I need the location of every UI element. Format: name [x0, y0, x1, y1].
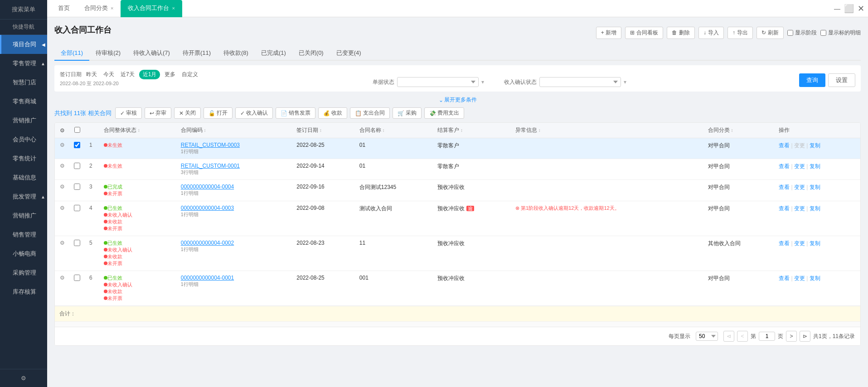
- sidebar-item-retail-mall[interactable]: 零售商城: [0, 92, 47, 111]
- op-btn-变更[interactable]: 变更: [794, 184, 805, 190]
- sidebar-item-purchase[interactable]: 采购管理: [0, 263, 47, 282]
- next-page-button[interactable]: >: [786, 331, 797, 342]
- export-button[interactable]: ↑ 导出: [727, 27, 753, 39]
- sidebar-settings-icon[interactable]: ⚙: [0, 369, 47, 387]
- op-btn-查看[interactable]: 查看: [779, 275, 790, 281]
- add-button[interactable]: + 新增: [596, 27, 621, 39]
- sidebar-search[interactable]: 搜索菜单: [0, 0, 47, 19]
- expand-conditions-button[interactable]: ⌄ 展开更多条件: [439, 96, 477, 104]
- row-checkbox[interactable]: [74, 240, 80, 246]
- import-button[interactable]: ↓ 导入: [698, 27, 724, 39]
- select-all-checkbox[interactable]: [74, 127, 80, 133]
- sidebar-item-member[interactable]: 会员中心: [0, 130, 47, 149]
- row-settings-icon[interactable]: ⚙: [60, 205, 65, 211]
- refresh-button[interactable]: ↻ 刷新: [756, 27, 784, 39]
- col-abnormal-info[interactable]: 异常信息: [511, 123, 703, 138]
- op-btn-查看[interactable]: 查看: [779, 240, 790, 247]
- row-settings-icon[interactable]: ⚙: [60, 240, 65, 246]
- tab-close-icon[interactable]: ×: [111, 5, 113, 11]
- sidebar-quicknav[interactable]: 快捷导航: [0, 19, 47, 35]
- row-settings-icon[interactable]: ⚙: [60, 275, 65, 281]
- action-btn-expense-contract[interactable]: 📋支出合同: [350, 107, 390, 119]
- action-btn-income-confirm[interactable]: ✓收入确认: [235, 107, 273, 119]
- tab-close-icon[interactable]: ×: [172, 5, 175, 11]
- col-overall-status[interactable]: 合同整体状态: [99, 123, 176, 138]
- action-btn-abandon[interactable]: ↩弃审: [145, 107, 171, 119]
- filter-tab-changed[interactable]: 已变更(4): [330, 46, 368, 61]
- show-stages-checkbox[interactable]: 显示阶段: [787, 29, 817, 37]
- close-icon[interactable]: ✕: [858, 4, 864, 14]
- row-checkbox[interactable]: [74, 142, 80, 148]
- filter-tab-pending-invoice[interactable]: 待开票(11): [176, 46, 217, 61]
- date-opt-last7days[interactable]: 近7天: [119, 70, 136, 79]
- op-btn-复制[interactable]: 复制: [810, 205, 820, 212]
- col-contract-code[interactable]: 合同编码: [176, 123, 292, 138]
- col-settings[interactable]: ⚙: [55, 123, 69, 138]
- filter-tab-all[interactable]: 全部(11): [54, 46, 89, 61]
- sidebar-item-marketing[interactable]: 营销推广: [0, 111, 47, 130]
- col-contract-category[interactable]: 合同分类: [703, 123, 775, 138]
- tab-home[interactable]: 首页: [51, 0, 77, 17]
- contract-code-link[interactable]: 0000000000004-0003: [181, 205, 234, 211]
- contract-code-link[interactable]: 0000000000004-0002: [181, 240, 234, 246]
- action-btn-collection[interactable]: 💰收款: [318, 107, 347, 119]
- contract-code-link[interactable]: RETAIL_CUSTOM-0003: [181, 142, 240, 148]
- date-opt-yesterday[interactable]: 昨天: [84, 70, 99, 79]
- tab-income-workbench[interactable]: 收入合同工作台×: [121, 0, 182, 17]
- op-btn-变更[interactable]: 变更: [794, 163, 805, 169]
- sidebar-item-wholesale[interactable]: 批发管理▲: [0, 187, 47, 206]
- sidebar-item-marketing2[interactable]: 营销推广: [0, 206, 47, 225]
- op-btn-变更[interactable]: 变更: [794, 205, 805, 212]
- prev-page-button[interactable]: <: [737, 331, 748, 342]
- col-settlement-client[interactable]: 结算客户: [433, 123, 511, 138]
- action-btn-purchase[interactable]: 🛒采购: [393, 107, 422, 119]
- row-checkbox[interactable]: [74, 184, 80, 190]
- last-page-button[interactable]: ⊳: [800, 331, 810, 342]
- tab-contract-category[interactable]: 合同分类×: [77, 0, 121, 17]
- row-checkbox[interactable]: [74, 275, 80, 281]
- action-btn-sales-invoice[interactable]: 📄销售发票: [276, 107, 315, 119]
- date-opt-custom[interactable]: 自定义: [180, 70, 200, 79]
- filter-tab-pending-collection[interactable]: 待收款(8): [217, 46, 255, 61]
- page-input[interactable]: [759, 332, 775, 341]
- table-scrollbar[interactable]: [55, 321, 860, 327]
- contract-code-link[interactable]: RETAIL_CUSTOM-0001: [181, 163, 240, 169]
- per-page-select[interactable]: 102050100: [696, 332, 718, 341]
- settings-button[interactable]: 设置: [828, 73, 855, 87]
- op-btn-复制[interactable]: 复制: [810, 142, 820, 149]
- sidebar-item-retail-stats[interactable]: 零售统计: [0, 149, 47, 168]
- sidebar-item-inventory[interactable]: 库存核算: [0, 282, 47, 301]
- op-btn-复制[interactable]: 复制: [810, 240, 820, 247]
- row-checkbox[interactable]: [74, 163, 80, 169]
- date-opt-today[interactable]: 今天: [102, 70, 116, 79]
- filter-tab-pending-income-confirm[interactable]: 待收入确认(7): [127, 46, 176, 61]
- op-btn-变更[interactable]: 变更: [794, 240, 805, 247]
- op-btn-复制[interactable]: 复制: [810, 275, 820, 281]
- action-btn-close[interactable]: ✕关闭: [174, 107, 201, 119]
- doc-status-select[interactable]: [397, 77, 479, 87]
- col-contract-name[interactable]: 合同名称: [355, 123, 433, 138]
- date-opt-more[interactable]: 更多: [163, 70, 177, 79]
- sidebar-item-retail-mgmt[interactable]: 零售管理▲: [0, 54, 47, 73]
- delete-button[interactable]: 🗑 删除: [667, 27, 695, 39]
- minimize-icon[interactable]: —: [834, 5, 840, 12]
- sidebar-item-project[interactable]: 项目合同◀: [0, 35, 47, 54]
- filter-tab-pending-review[interactable]: 待审核(2): [89, 46, 127, 61]
- op-btn-查看[interactable]: 查看: [779, 184, 790, 190]
- query-button[interactable]: 查询: [799, 73, 825, 87]
- filter-tab-completed[interactable]: 已完成(1): [255, 46, 292, 61]
- op-btn-复制[interactable]: 复制: [810, 163, 820, 169]
- contract-code-link[interactable]: 0000000000004-0001: [181, 275, 234, 281]
- op-btn-变更[interactable]: 变更: [794, 275, 805, 281]
- contract-code-link[interactable]: 0000000000004-0004: [181, 184, 234, 190]
- sidebar-item-smart-store[interactable]: 智慧门店: [0, 73, 47, 92]
- dashboard-button[interactable]: ⊞ 合同看板: [625, 27, 663, 39]
- op-btn-查看[interactable]: 查看: [779, 163, 790, 169]
- income-confirm-select[interactable]: [539, 77, 621, 87]
- row-settings-icon[interactable]: ⚙: [60, 142, 65, 148]
- row-checkbox[interactable]: [74, 205, 80, 211]
- action-btn-review[interactable]: ✓审核: [115, 107, 142, 119]
- date-opt-last1month[interactable]: 近1月: [139, 70, 160, 79]
- op-btn-查看[interactable]: 查看: [779, 142, 790, 149]
- action-btn-open[interactable]: 🔓打开: [204, 107, 233, 119]
